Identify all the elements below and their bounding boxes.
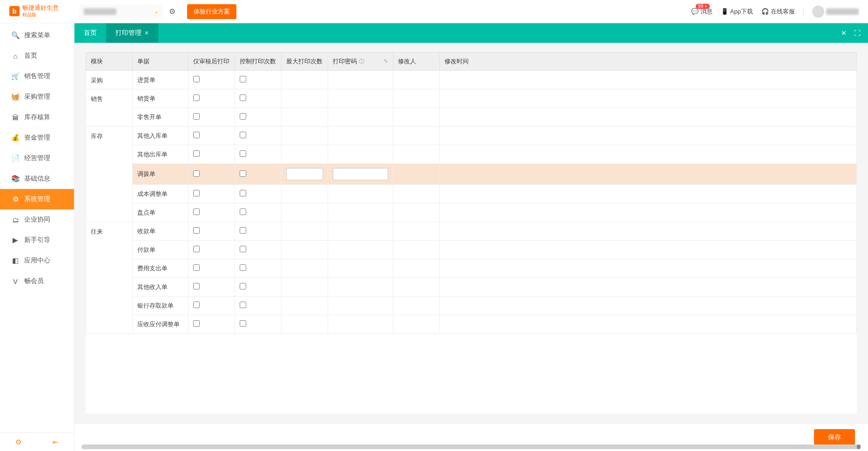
- audit-only-checkbox[interactable]: [193, 170, 200, 177]
- horizontal-scrollbar[interactable]: [81, 444, 861, 449]
- audit-only-checkbox[interactable]: [193, 190, 200, 196]
- nav-collab-icon: 🗂: [11, 215, 20, 224]
- tab-首页[interactable]: 首页: [74, 23, 106, 43]
- limit-checkbox[interactable]: [240, 150, 246, 157]
- nav-guide[interactable]: ▶新手引导: [0, 230, 74, 250]
- nav-operate[interactable]: 📄经营管理: [0, 148, 74, 168]
- limit-checkbox[interactable]: [240, 227, 246, 234]
- settings-icon[interactable]: ⚙: [167, 6, 178, 17]
- audit-only-checkbox[interactable]: [193, 283, 200, 289]
- audit-only-checkbox[interactable]: [193, 246, 200, 252]
- max-input[interactable]: [286, 168, 323, 180]
- audit-only-checkbox[interactable]: [193, 320, 200, 327]
- online-service-button[interactable]: 🎧 在线客服: [761, 7, 795, 16]
- limit-checkbox[interactable]: [240, 320, 246, 327]
- table-row[interactable]: 银行存取款单: [86, 296, 857, 315]
- password-input[interactable]: [333, 168, 388, 180]
- table-row[interactable]: 调拨单: [86, 164, 857, 185]
- limit-checkbox[interactable]: [240, 132, 246, 138]
- divider: [803, 7, 804, 16]
- limit-checkbox[interactable]: [240, 209, 246, 215]
- audit-only-checkbox[interactable]: [193, 113, 200, 120]
- limit-cell: [235, 71, 282, 89]
- audit-only-checkbox[interactable]: [193, 264, 200, 271]
- nav-sales[interactable]: 🛒销售管理: [0, 66, 74, 87]
- help-icon[interactable]: ⓘ: [359, 58, 364, 65]
- doc-cell: 付款单: [133, 241, 188, 259]
- nav-basic[interactable]: 📚基础信息: [0, 168, 74, 189]
- audit-only-checkbox[interactable]: [193, 132, 200, 138]
- limit-cell: [235, 241, 282, 259]
- limit-cell: [235, 278, 282, 296]
- limit-checkbox[interactable]: [240, 170, 246, 177]
- max-cell: [282, 108, 328, 127]
- table-row[interactable]: 往来收款单: [86, 222, 857, 241]
- doc-cell: 调拨单: [133, 164, 188, 185]
- audit-only-cell: [188, 222, 235, 241]
- doc-cell: 应收应付调整单: [133, 315, 188, 334]
- nav-home[interactable]: ⌂首页: [0, 46, 74, 66]
- limit-cell: [235, 185, 282, 203]
- tab-打印管理[interactable]: 打印管理✕: [106, 23, 158, 43]
- modifier-cell: [393, 71, 440, 89]
- nav-collab[interactable]: 🗂企业协同: [0, 209, 74, 230]
- table-row[interactable]: 库存其他入库单: [86, 127, 857, 145]
- limit-checkbox[interactable]: [240, 94, 246, 101]
- try-industry-button[interactable]: 体验行业方案: [187, 4, 236, 19]
- nav-search[interactable]: 🔍搜索菜单: [0, 25, 74, 46]
- settings-gear-icon[interactable]: ⚙: [15, 438, 21, 446]
- nav-vip[interactable]: V畅会员: [0, 271, 74, 291]
- limit-checkbox[interactable]: [240, 246, 246, 252]
- limit-checkbox[interactable]: [240, 76, 246, 82]
- audit-only-checkbox[interactable]: [193, 302, 200, 308]
- close-all-tabs-icon[interactable]: ✕: [841, 29, 847, 37]
- audit-only-checkbox[interactable]: [193, 150, 200, 157]
- fullscreen-icon[interactable]: ⛶: [854, 29, 861, 37]
- app-download-button[interactable]: 📱 App下载: [721, 7, 753, 16]
- limit-cell: [235, 127, 282, 145]
- messages-button[interactable]: 💬 消息 99 +: [691, 7, 713, 16]
- edit-column-icon[interactable]: ✎: [384, 58, 388, 65]
- audit-only-checkbox[interactable]: [193, 94, 200, 101]
- table-row[interactable]: 付款单: [86, 241, 857, 259]
- nav-system[interactable]: ⚙系统管理: [0, 189, 74, 209]
- headset-icon: 🎧: [761, 8, 769, 15]
- audit-only-checkbox[interactable]: [193, 209, 200, 215]
- table-row[interactable]: 销售销货单: [86, 89, 857, 108]
- limit-checkbox[interactable]: [240, 113, 246, 120]
- table-row[interactable]: 其他收入单: [86, 278, 857, 296]
- avatar-icon: [812, 6, 824, 18]
- table-row[interactable]: 采购进货单: [86, 71, 857, 89]
- password-cell: [328, 315, 393, 334]
- user-menu[interactable]: [812, 6, 859, 18]
- table-row[interactable]: 零售开单: [86, 108, 857, 127]
- nav-apps[interactable]: ◧应用中心: [0, 250, 74, 271]
- audit-only-checkbox[interactable]: [193, 227, 200, 234]
- nav-inventory[interactable]: 🏛库存核算: [0, 107, 74, 128]
- nav-label: 系统管理: [24, 195, 50, 203]
- audit-only-checkbox[interactable]: [193, 76, 200, 82]
- table-row[interactable]: 费用支出单: [86, 259, 857, 278]
- nav-operate-icon: 📄: [11, 154, 20, 162]
- table-row[interactable]: 应收应付调整单: [86, 315, 857, 334]
- phone-icon: 📱: [721, 8, 728, 15]
- doc-cell: 收款单: [133, 222, 188, 241]
- company-dropdown[interactable]: ⌄: [79, 5, 163, 19]
- password-cell: [328, 164, 393, 185]
- max-cell: [282, 164, 328, 185]
- close-icon[interactable]: ✕: [144, 30, 149, 36]
- limit-checkbox[interactable]: [240, 264, 246, 271]
- limit-checkbox[interactable]: [240, 283, 246, 289]
- nav-funds[interactable]: 💰资金管理: [0, 128, 74, 148]
- table-row[interactable]: 其他出库单: [86, 145, 857, 164]
- max-cell: [282, 241, 328, 259]
- table-row[interactable]: 成本调整单: [86, 185, 857, 203]
- limit-checkbox[interactable]: [240, 190, 246, 196]
- save-button[interactable]: 保存: [814, 429, 855, 446]
- limit-checkbox[interactable]: [240, 302, 246, 308]
- collapse-icon[interactable]: ⇤: [53, 438, 59, 446]
- mod-time-cell: [440, 241, 857, 259]
- nav-purchase[interactable]: 🧺采购管理: [0, 87, 74, 107]
- modifier-cell: [393, 164, 440, 185]
- table-row[interactable]: 盘点单: [86, 203, 857, 222]
